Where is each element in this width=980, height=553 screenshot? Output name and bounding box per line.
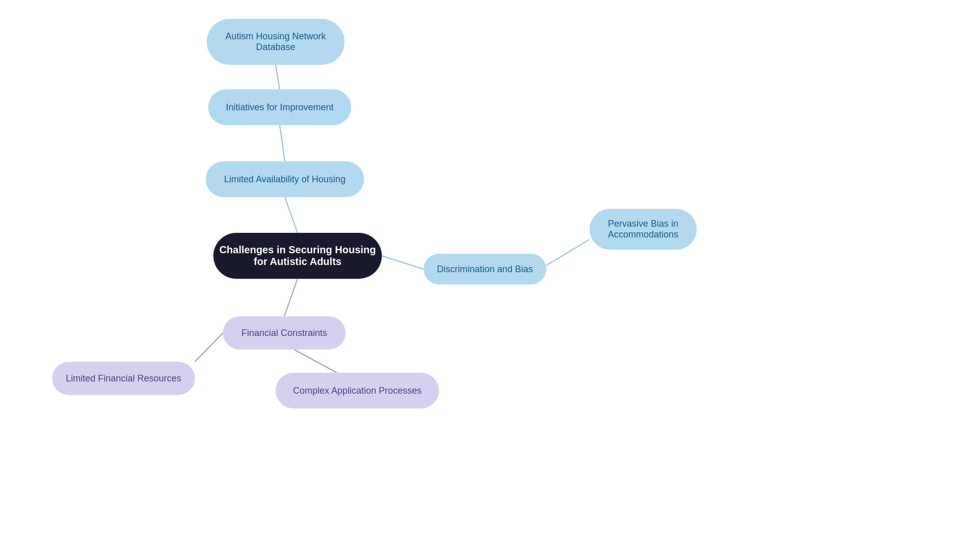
pervasive-bias-node[interactable]: Pervasive Bias in Accommodations [590, 209, 697, 250]
initiatives-label: Initiatives for Improvement [226, 102, 333, 113]
svg-line-4 [546, 239, 590, 266]
svg-line-1 [280, 125, 285, 161]
svg-line-3 [382, 256, 424, 269]
limited-financial-node[interactable]: Limited Financial Resources [52, 362, 195, 395]
svg-line-5 [284, 279, 298, 316]
challenges-label: Challenges in Securing Housing for Autis… [213, 244, 382, 268]
mind-map: Autism Housing Network Database Initiati… [0, 0, 980, 553]
complex-application-label: Complex Application Processes [293, 386, 422, 396]
discrimination-label: Discrimination and Bias [437, 264, 533, 275]
limited-availability-node[interactable]: Limited Availability of Housing [206, 161, 364, 197]
pervasive-bias-label: Pervasive Bias in Accommodations [590, 219, 697, 240]
limited-financial-label: Limited Financial Resources [66, 373, 181, 384]
challenges-node[interactable]: Challenges in Securing Housing for Autis… [213, 233, 382, 279]
svg-line-2 [285, 197, 298, 233]
svg-line-0 [276, 65, 280, 89]
discrimination-node[interactable]: Discrimination and Bias [424, 254, 546, 284]
financial-constraints-label: Financial Constraints [241, 328, 327, 339]
autism-housing-node[interactable]: Autism Housing Network Database [207, 19, 345, 65]
autism-housing-label: Autism Housing Network Database [207, 31, 345, 53]
financial-constraints-node[interactable]: Financial Constraints [223, 317, 346, 350]
limited-availability-label: Limited Availability of Housing [224, 174, 346, 185]
svg-line-7 [295, 350, 337, 373]
complex-application-node[interactable]: Complex Application Processes [276, 373, 439, 408]
initiatives-node[interactable]: Initiatives for Improvement [208, 89, 351, 125]
svg-line-6 [195, 333, 223, 362]
